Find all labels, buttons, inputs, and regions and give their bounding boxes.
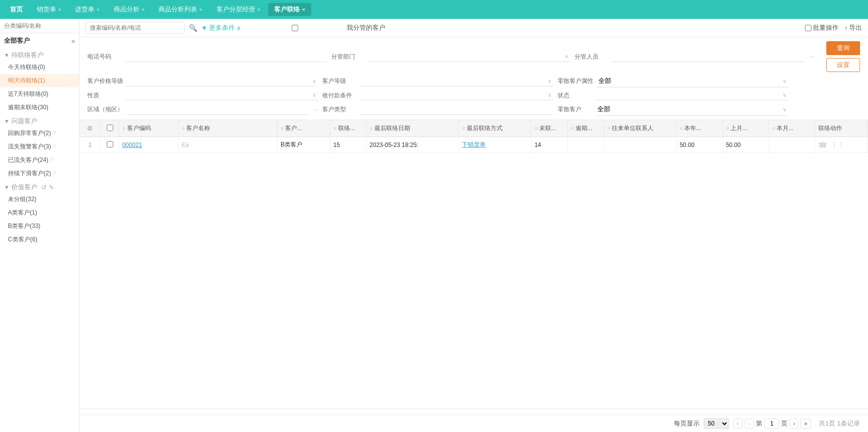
- row-last-method[interactable]: 下销货单: [459, 137, 531, 153]
- status-select[interactable]: ∨: [595, 90, 789, 100]
- th-overdue[interactable]: 逾期...: [568, 120, 604, 137]
- th-checkbox: [101, 120, 119, 137]
- my-customers-filter[interactable]: 我分管的客户: [245, 23, 385, 32]
- th-last-method[interactable]: 最后联络方式: [459, 120, 531, 137]
- value-group-edit[interactable]: ✎: [49, 184, 54, 191]
- region-more-icon[interactable]: ···: [313, 106, 318, 113]
- query-btn[interactable]: 查询: [826, 41, 860, 55]
- sidebar-item-class-b[interactable]: B类客户(33): [0, 219, 79, 233]
- person-more-icon[interactable]: ···: [809, 53, 814, 60]
- sidebar-item-7days[interactable]: 近7天待联络(0): [0, 87, 79, 101]
- nature-select[interactable]: ∨: [125, 90, 318, 100]
- nav-home[interactable]: 首页: [4, 3, 29, 16]
- nav-product-analysis-close[interactable]: ×: [142, 6, 145, 12]
- export-btn[interactable]: ↑ 导出: [845, 23, 863, 32]
- page-number-input[interactable]: [764, 419, 779, 429]
- nav-customer-stratification-close[interactable]: ×: [257, 6, 260, 12]
- customer-level-select[interactable]: ∨: [360, 76, 553, 86]
- sidebar-item-tomorrow[interactable]: 明天待联络(1): [0, 74, 79, 87]
- table-footer: 每页显示 50 100 200 « ‹ 第 页 › » 共1页 1条记录: [79, 415, 868, 432]
- th-uncontact[interactable]: 未联...: [531, 120, 568, 137]
- row-this-month: [769, 137, 815, 153]
- select-all-checkbox[interactable]: [107, 125, 113, 131]
- horizontal-scrollbar[interactable]: [79, 409, 868, 415]
- th-name[interactable]: 客户名称: [178, 120, 277, 137]
- sidebar-item-declining[interactable]: 持续下滑客户(2) ?: [0, 167, 79, 180]
- retail-customer-select[interactable]: 全部 ∨: [595, 103, 789, 116]
- field-customer-type: 客户类型: [322, 104, 553, 115]
- problem-arrow-icon: ▼: [4, 118, 9, 124]
- sidebar-group-problem[interactable]: ▼ 问题客户: [0, 114, 79, 127]
- nav-purchase-order-close[interactable]: ×: [96, 6, 99, 12]
- data-table-wrapper: ⚙ 客户编码 客户名称 客户... 联络... 最后联络日期 最后联络方式 未联…: [79, 120, 868, 409]
- prev-page-btn[interactable]: ‹: [745, 419, 754, 429]
- sidebar-group-value[interactable]: ▼ 价值客户 ↺ ✎: [0, 180, 79, 193]
- first-page-btn[interactable]: «: [733, 419, 743, 429]
- sidebar-search-input[interactable]: [4, 22, 78, 29]
- row-type: B类客户: [278, 137, 330, 153]
- top-nav: 首页 销货单 × 进货单 × 商品分析 × 商品分析列表 × 客户分层经营 × …: [0, 0, 868, 19]
- batch-op-btn[interactable]: 批量操作: [805, 23, 839, 32]
- nav-product-analysis-list[interactable]: 商品分析列表 ×: [152, 3, 208, 16]
- sidebar-item-churn-warning[interactable]: 流失预警客户(3) ?: [0, 140, 79, 153]
- batch-op-checkbox[interactable]: [805, 25, 811, 31]
- sidebar-item-class-a[interactable]: A类客户(1): [0, 206, 79, 219]
- sidebar-item-today[interactable]: 今天待联络(0): [0, 61, 79, 74]
- row-select-checkbox[interactable]: [107, 141, 113, 147]
- th-last-month[interactable]: 上月...: [723, 120, 769, 137]
- action-grid-icon[interactable]: ⋮⋮: [831, 141, 845, 149]
- export-icon: ↑: [845, 24, 848, 32]
- main-search-input[interactable]: [85, 22, 185, 34]
- field-customer-level: 客户等级 ∨: [322, 76, 553, 86]
- th-last-date[interactable]: 最后联络日期: [366, 120, 459, 137]
- payment-select[interactable]: ∨: [360, 90, 553, 100]
- th-index: ⚙: [79, 120, 101, 137]
- customer-type-input[interactable]: [360, 104, 553, 115]
- th-type[interactable]: 客户...: [278, 120, 330, 137]
- main-search-icon[interactable]: 🔍: [189, 24, 197, 32]
- settings-icon[interactable]: ⚙: [87, 125, 93, 132]
- person-input[interactable]: [612, 52, 805, 62]
- my-customers-checkbox[interactable]: [245, 25, 345, 31]
- region-input[interactable]: [126, 104, 309, 115]
- sidebar-item-abnormal[interactable]: 回购异常客户(2) ?: [0, 127, 79, 140]
- filter-bar-right: 批量操作 ↑ 导出: [805, 23, 863, 32]
- last-page-btn[interactable]: »: [800, 419, 811, 429]
- retail-attr-select[interactable]: 全部 ∨: [596, 75, 789, 87]
- th-contact-person[interactable]: 往来单位联系人: [604, 120, 676, 137]
- sidebar-item-overdue[interactable]: 逾期未联络(30): [0, 101, 79, 114]
- nav-product-analysis[interactable]: 商品分析 ×: [108, 3, 150, 16]
- sidebar-item-ungrouped[interactable]: 未分组(32): [0, 193, 79, 206]
- phone-input[interactable]: [125, 52, 327, 62]
- dept-select[interactable]: ∨: [369, 52, 571, 62]
- price-level-select[interactable]: ∨: [126, 76, 318, 86]
- sidebar-collapse-icon[interactable]: «: [72, 37, 75, 45]
- nav-sales-order-close[interactable]: ×: [58, 6, 61, 12]
- nav-customer-contact[interactable]: 客户联络 ×: [268, 3, 311, 16]
- nav-product-analysis-list-close[interactable]: ×: [199, 6, 202, 12]
- th-code[interactable]: 客户编码: [119, 120, 179, 137]
- price-level-arrow: ∨: [312, 78, 316, 84]
- sidebar-all-customers[interactable]: 全部客户 «: [0, 33, 79, 48]
- sidebar-item-churned[interactable]: 已流失客户(24) ?: [0, 153, 79, 167]
- value-group-refresh[interactable]: ↺: [41, 184, 47, 191]
- action-phone-icon[interactable]: ☎: [818, 141, 827, 149]
- row-name[interactable]: Ea: [178, 137, 277, 153]
- page-size-select[interactable]: 50 100 200: [704, 418, 729, 429]
- th-this-year[interactable]: 本年...: [676, 120, 723, 137]
- sidebar-item-class-c[interactable]: C类客户(6): [0, 233, 79, 246]
- nav-sales-order[interactable]: 销货单 ×: [31, 3, 67, 16]
- row-last-date: 2023-05-23 18:25:: [366, 137, 459, 153]
- row-code[interactable]: 000021: [119, 137, 179, 153]
- nav-customer-stratification[interactable]: 客户分层经营 ×: [211, 3, 266, 16]
- nav-customer-contact-close[interactable]: ×: [302, 6, 305, 12]
- sidebar-group-pending[interactable]: ▼ 待联络客户: [0, 48, 79, 61]
- nav-purchase-order[interactable]: 进货单 ×: [69, 3, 105, 16]
- th-contact-count[interactable]: 联络...: [330, 120, 366, 137]
- next-page-btn[interactable]: ›: [790, 419, 798, 429]
- more-conditions-btn[interactable]: ▼ 更多条件 ∧: [201, 23, 241, 32]
- th-this-month[interactable]: 本月...: [769, 120, 815, 137]
- set-btn[interactable]: 设置: [826, 58, 860, 72]
- th-actions: 联络动作: [815, 120, 868, 137]
- adv-filter-panel: 电话号码 分管部门 ∨ 分管人员 ··· 查询 设置: [79, 37, 868, 120]
